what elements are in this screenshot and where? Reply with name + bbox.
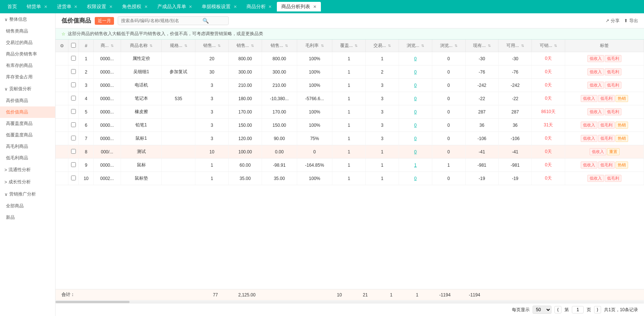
browse-link[interactable]: 0 — [414, 83, 417, 88]
sidebar-item-low-margin[interactable]: 低毛利商品 — [0, 152, 55, 164]
row-checkbox[interactable] — [71, 69, 76, 74]
nav-tab-permissions[interactable]: 权限设置 ✕ — [83, 2, 117, 11]
code-cell: 0002... — [93, 172, 121, 185]
checkbox-cell[interactable] — [68, 52, 79, 65]
browse-link[interactable]: 0 — [414, 149, 417, 154]
export-button[interactable]: ⬆ 导出 — [624, 18, 638, 24]
sales-avg-column-header[interactable]: 销售... ⇅ — [262, 40, 297, 52]
spec-column-header[interactable]: 规格... ⇅ — [162, 40, 195, 52]
checkbox-cell[interactable] — [68, 92, 79, 105]
coverage-column-header[interactable]: 覆盖... ⇅ — [332, 40, 366, 52]
row-checkbox[interactable] — [71, 136, 76, 140]
sidebar-item-category-rate[interactable]: 商品分类销售率 — [0, 48, 55, 60]
browse-link[interactable]: 1 — [414, 163, 417, 168]
browse-link[interactable]: 0 — [414, 136, 417, 141]
row-checkbox[interactable] — [71, 149, 76, 154]
sidebar-item-new-goods[interactable]: 新品 — [0, 212, 55, 223]
row-checkbox[interactable] — [71, 56, 76, 61]
sidebar-group-contribution[interactable]: ∨ 贡献值分析 — [0, 83, 55, 95]
per-page-select[interactable]: 50 100 200 — [533, 306, 551, 314]
sidebar-item-low-value[interactable]: 低价值商品 — [0, 106, 55, 118]
browse1-column-header[interactable]: 浏览... ⇅ — [399, 40, 432, 52]
sidebar-item-all-goods[interactable]: 全部商品 — [0, 200, 55, 212]
row-checkbox[interactable] — [71, 176, 76, 180]
stock-cell: 287 — [465, 105, 499, 119]
close-icon[interactable]: ✕ — [189, 4, 192, 9]
nav-tab-purchase[interactable]: 进货单 ✕ — [53, 2, 82, 11]
browse-link[interactable]: 0 — [414, 176, 417, 181]
time-filter-button[interactable]: 近一月 — [95, 17, 114, 25]
close-icon[interactable]: ✕ — [144, 4, 148, 9]
close-icon[interactable]: ✕ — [74, 4, 77, 9]
browse-link[interactable]: 0 — [414, 123, 417, 128]
nav-tab-template[interactable]: 单据模板设置 ✕ — [197, 2, 241, 11]
sidebar-item-high-value[interactable]: 高价值商品 — [0, 95, 55, 106]
row-checkbox[interactable] — [71, 96, 76, 101]
close-icon[interactable]: ✕ — [109, 4, 113, 9]
nav-tab-roles[interactable]: 角色授权 ✕ — [118, 2, 152, 11]
nav-tab-analysis-list[interactable]: 商品分析列表 ✕ — [277, 2, 321, 11]
close-icon[interactable]: ✕ — [313, 4, 316, 9]
page-number-input[interactable] — [572, 306, 584, 313]
transactions-column-header[interactable]: 交易... ⇅ — [366, 40, 399, 52]
sidebar-item-low-coverage[interactable]: 低覆盖度商品 — [0, 129, 55, 141]
settings-icon[interactable]: ⚙ — [60, 43, 64, 48]
sidebar-item-high-coverage[interactable]: 高覆盖度商品 — [0, 118, 55, 129]
sellable-column-header[interactable]: 可销... ⇅ — [532, 40, 565, 52]
sales-amount-cell: 60.00 — [228, 159, 262, 172]
sidebar-item-sales-goods[interactable]: 销售类商品 — [0, 26, 55, 37]
nav-tab-sales[interactable]: 销货单 ✕ — [22, 2, 52, 11]
sidebar-group-marketing[interactable]: ∨ 营销推广分析 — [0, 188, 55, 200]
browse2-column-header[interactable]: 浏览... ⇅ — [432, 40, 465, 52]
first-page-button[interactable]: ⟨ — [554, 306, 561, 313]
checkbox-cell[interactable] — [68, 65, 79, 79]
available-column-header[interactable]: 可用... ⇅ — [499, 40, 532, 52]
close-icon[interactable]: ✕ — [44, 4, 47, 9]
spec-cell — [162, 172, 195, 185]
close-icon[interactable]: ✕ — [234, 4, 237, 9]
browse-link[interactable]: 0 — [414, 56, 417, 61]
row-checkbox[interactable] — [71, 122, 76, 127]
sidebar-item-high-margin[interactable]: 高毛利商品 — [0, 141, 55, 152]
checkbox-cell[interactable] — [68, 159, 79, 172]
select-all-checkbox[interactable] — [71, 43, 76, 48]
row-checkbox[interactable] — [71, 162, 76, 167]
browse-link[interactable]: 0 — [414, 69, 417, 75]
sales-amount-column-header[interactable]: 销售... ⇅ — [228, 40, 262, 52]
code-column-header[interactable]: 商... ⇅ — [93, 40, 121, 52]
checkbox-cell[interactable] — [68, 132, 79, 145]
num-cell: 3 — [79, 79, 93, 92]
row-checkbox[interactable] — [71, 82, 76, 87]
browse-link[interactable]: 0 — [414, 109, 417, 115]
checkbox-cell[interactable] — [68, 79, 79, 92]
sidebar-item-traded-goods[interactable]: 交易过的商品 — [0, 37, 55, 48]
checkbox-cell[interactable] — [68, 105, 79, 119]
horizontal-scrollbar[interactable] — [56, 300, 644, 303]
sidebar-group-growth[interactable]: > 成长性分析 — [0, 176, 55, 188]
sidebar-group-overall[interactable]: ∨ 整体信息 — [0, 13, 55, 26]
search-icon[interactable]: 🔍 — [202, 18, 209, 24]
stock-column-header[interactable]: 现有... ⇅ — [465, 40, 499, 52]
nav-tab-inventory[interactable]: 产成品入库单 ✕ — [153, 2, 197, 11]
next-page-button[interactable]: ⟩ — [594, 306, 601, 313]
nav-tab-home[interactable]: 首页 — [3, 2, 21, 11]
sidebar-group-circulation[interactable]: > 流通性分析 — [0, 164, 55, 176]
sidebar-item-stock-goods[interactable]: 有库存的商品 — [0, 60, 55, 71]
checkbox-cell[interactable] — [68, 172, 79, 185]
gross-margin-column-header[interactable]: 毛利率 ⇅ — [297, 40, 332, 52]
available-cell: -981 — [499, 159, 532, 172]
gross-margin-cell: 0 — [297, 145, 332, 159]
row-checkbox[interactable] — [71, 109, 76, 114]
share-button[interactable]: ↗ 分享 — [606, 18, 620, 24]
gear-column-header[interactable]: ⚙ — [56, 40, 68, 52]
sidebar-item-capital[interactable]: 库存资金占用 — [0, 71, 55, 83]
spec-cell: 参加复试 — [162, 65, 195, 79]
search-input[interactable] — [121, 18, 202, 23]
checkbox-cell[interactable] — [68, 145, 79, 159]
close-icon[interactable]: ✕ — [268, 4, 272, 9]
sales-qty-column-header[interactable]: 销售... ⇅ — [195, 40, 229, 52]
name-column-header[interactable]: 商品名称 ⇅ — [121, 40, 162, 52]
nav-tab-analysis[interactable]: 商品分析 ✕ — [242, 2, 276, 11]
browse-link[interactable]: 0 — [414, 96, 417, 101]
checkbox-cell[interactable] — [68, 119, 79, 132]
